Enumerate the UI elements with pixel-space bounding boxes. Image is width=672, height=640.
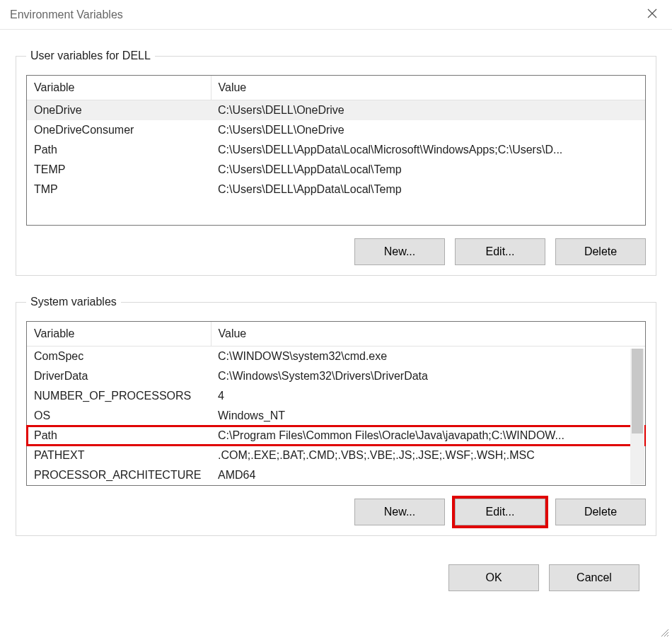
table-row[interactable]: NUMBER_OF_PROCESSORS 4 — [27, 386, 645, 406]
cell-value: C:\Users\DELL\AppData\Local\Temp — [211, 180, 645, 199]
system-edit-button[interactable]: Edit... — [455, 499, 545, 525]
cell-variable: TEMP — [27, 160, 211, 180]
cell-variable: OneDrive — [27, 100, 211, 121]
user-variables-table[interactable]: Variable Value OneDrive C:\Users\DELL\On… — [26, 75, 646, 226]
cell-variable: TMP — [27, 180, 211, 199]
cell-variable: NUMBER_OF_PROCESSORS — [27, 386, 211, 406]
table-row[interactable]: OneDriveConsumer C:\Users\DELL\OneDrive — [27, 120, 645, 140]
column-header-variable[interactable]: Variable — [27, 322, 211, 347]
cell-value: C:\Users\DELL\AppData\Local\Microsoft\Wi… — [211, 140, 645, 160]
ok-button[interactable]: OK — [448, 564, 539, 591]
scrollbar-thumb[interactable] — [632, 349, 643, 434]
cell-value: Windows_NT — [211, 406, 645, 426]
user-delete-button[interactable]: Delete — [555, 238, 646, 265]
cell-value: C:\Users\DELL\AppData\Local\Temp — [211, 160, 645, 180]
cell-variable: Path — [27, 426, 211, 446]
system-variables-group: System variables Variable Value ComSpec … — [16, 296, 656, 536]
user-buttons-row: New... Edit... Delete — [26, 238, 646, 265]
cell-variable: PATHEXT — [27, 446, 211, 465]
column-header-value[interactable]: Value — [211, 322, 645, 347]
cell-value: C:\Users\DELL\OneDrive — [211, 120, 645, 140]
cell-value: AMD64 — [211, 465, 645, 485]
cancel-button[interactable]: Cancel — [549, 564, 639, 591]
cell-value: 4 — [211, 386, 645, 406]
table-row-spacer — [27, 199, 645, 225]
dialog-footer: OK Cancel — [16, 556, 656, 591]
user-edit-button[interactable]: Edit... — [455, 238, 545, 265]
system-buttons-row: New... Edit... Delete — [26, 499, 646, 525]
table-row[interactable]: PATHEXT .COM;.EXE;.BAT;.CMD;.VBS;.VBE;.J… — [27, 446, 645, 465]
table-row[interactable]: DriverData C:\Windows\System32\Drivers\D… — [27, 366, 645, 386]
user-new-button[interactable]: New... — [354, 238, 445, 265]
cell-variable: DriverData — [27, 366, 211, 386]
table-row[interactable]: PROCESSOR_ARCHITECTURE AMD64 — [27, 465, 645, 485]
scrollbar-track[interactable] — [630, 349, 644, 484]
table-row[interactable]: OneDrive C:\Users\DELL\OneDrive — [27, 100, 645, 121]
cell-value: C:\WINDOWS\system32\cmd.exe — [211, 347, 645, 367]
dialog-body: User variables for DELL Variable Value O… — [0, 30, 672, 591]
cell-variable: Path — [27, 140, 211, 160]
close-icon[interactable] — [642, 8, 662, 21]
cell-variable: OS — [27, 406, 211, 426]
cell-variable: OneDriveConsumer — [27, 120, 211, 140]
user-variables-legend: User variables for DELL — [26, 50, 155, 62]
cell-value: .COM;.EXE;.BAT;.CMD;.VBS;.VBE;.JS;.JSE;.… — [211, 446, 645, 465]
cell-value: C:\Users\DELL\OneDrive — [211, 100, 645, 121]
cell-variable: ComSpec — [27, 347, 211, 367]
cell-value: C:\Windows\System32\Drivers\DriverData — [211, 366, 645, 386]
table-row[interactable]: ComSpec C:\WINDOWS\system32\cmd.exe — [27, 347, 645, 367]
column-header-value[interactable]: Value — [211, 76, 645, 100]
system-variables-table[interactable]: Variable Value ComSpec C:\WINDOWS\system… — [26, 321, 646, 486]
window-title: Environment Variables — [10, 8, 123, 21]
table-row[interactable]: TMP C:\Users\DELL\AppData\Local\Temp — [27, 180, 645, 199]
title-bar: Environment Variables — [0, 0, 672, 30]
user-variables-group: User variables for DELL Variable Value O… — [16, 50, 656, 276]
cell-variable: PROCESSOR_ARCHITECTURE — [27, 465, 211, 485]
resize-grip-icon[interactable] — [659, 627, 669, 637]
table-row[interactable]: Path C:\Users\DELL\AppData\Local\Microso… — [27, 140, 645, 160]
table-row[interactable]: TEMP C:\Users\DELL\AppData\Local\Temp — [27, 160, 645, 180]
column-header-variable[interactable]: Variable — [27, 76, 211, 100]
system-new-button[interactable]: New... — [354, 499, 445, 525]
cell-value: C:\Program Files\Common Files\Oracle\Jav… — [211, 426, 645, 446]
system-delete-button[interactable]: Delete — [555, 499, 646, 525]
table-row[interactable]: OS Windows_NT — [27, 406, 645, 426]
table-row-highlighted[interactable]: Path C:\Program Files\Common Files\Oracl… — [27, 426, 645, 446]
svg-line-4 — [667, 635, 668, 636]
system-variables-legend: System variables — [26, 296, 121, 308]
